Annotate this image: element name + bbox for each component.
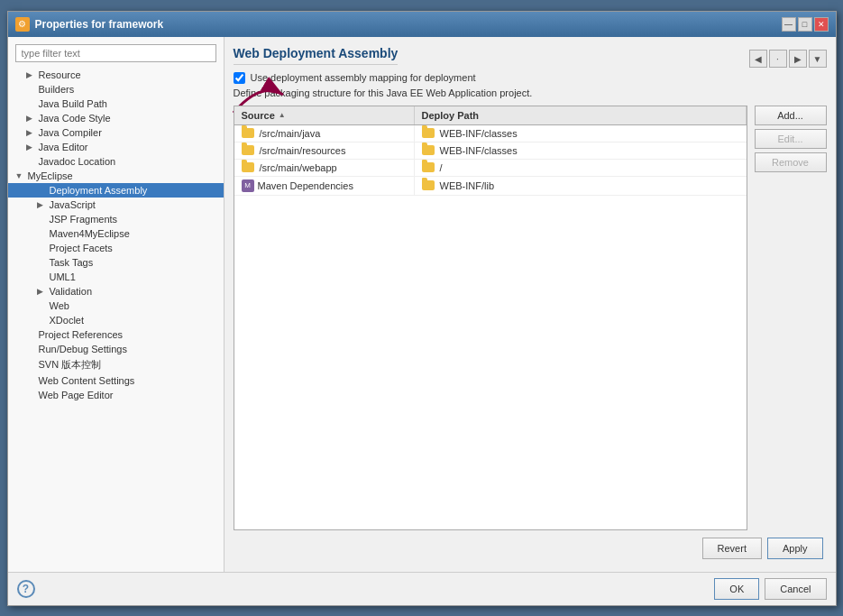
sidebar-item-resource[interactable]: ▶ Resource xyxy=(8,68,224,82)
spacer xyxy=(26,360,35,369)
sidebar-item-task-tags[interactable]: Task Tags xyxy=(8,255,224,270)
expand-arrow: ▶ xyxy=(37,200,46,209)
folder-icon xyxy=(422,128,435,138)
sidebar-item-java-code-style[interactable]: ▶ Java Code Style xyxy=(8,111,224,125)
filter-input[interactable] xyxy=(15,44,216,62)
spacer xyxy=(26,330,35,339)
sidebar-item-javadoc-location[interactable]: Javadoc Location xyxy=(8,154,224,169)
left-panel: ▶ Resource Builders Java Build Path ▶ Ja… xyxy=(8,37,224,572)
sidebar-item-project-references[interactable]: Project References xyxy=(8,327,224,342)
nav-separator: · xyxy=(769,50,787,68)
folder-icon xyxy=(422,180,435,190)
spacer xyxy=(37,244,46,253)
properties-dialog: ⚙ Properties for framework — □ ✕ ▶ Resou… xyxy=(7,11,837,606)
expand-arrow: ▶ xyxy=(26,70,35,79)
source-value: /src/main/java xyxy=(260,128,321,139)
sidebar-item-java-compiler[interactable]: ▶ Java Compiler xyxy=(8,125,224,140)
sidebar-item-xdoclet[interactable]: XDoclet xyxy=(8,313,224,327)
sidebar-item-run-debug[interactable]: Run/Debug Settings xyxy=(8,342,224,356)
folder-icon xyxy=(422,145,435,155)
sidebar-item-label: JavaScript xyxy=(50,199,96,210)
title-bar-left: ⚙ Properties for framework xyxy=(15,17,164,32)
maximize-button[interactable]: □ xyxy=(798,17,812,32)
minimize-button[interactable]: — xyxy=(782,17,796,32)
column-source-label: Source xyxy=(242,110,275,121)
sidebar-item-label: Web Content Settings xyxy=(39,375,135,386)
source-cell: /src/main/java xyxy=(234,125,415,142)
panel-title: Web Deployment Assembly xyxy=(234,46,399,65)
apply-button[interactable]: Apply xyxy=(767,538,823,559)
source-value: /src/main/resources xyxy=(260,145,346,156)
use-deployment-checkbox[interactable] xyxy=(234,72,245,84)
sidebar-item-jsp-fragments[interactable]: JSP Fragments xyxy=(8,212,224,226)
sidebar-item-label: XDoclet xyxy=(50,315,85,326)
source-cell: /src/main/webapp xyxy=(234,160,415,176)
nav-menu-button[interactable]: ▼ xyxy=(809,50,827,68)
sidebar-item-label: Project Facets xyxy=(50,243,113,253)
use-deployment-label[interactable]: Use deployment assembly mapping for depl… xyxy=(251,72,476,83)
sidebar-item-myeclipse[interactable]: ▼ MyEclipse xyxy=(8,169,224,183)
spacer xyxy=(26,376,35,385)
footer-buttons: OK Cancel xyxy=(714,578,826,600)
nav-back-button[interactable]: ◀ xyxy=(749,50,767,68)
spacer xyxy=(26,99,35,108)
ok-button[interactable]: OK xyxy=(714,578,759,600)
deploy-cell: / xyxy=(415,160,747,176)
edit-button[interactable]: Edit... xyxy=(755,129,827,149)
sidebar-item-label: Maven4MyEclipse xyxy=(50,228,130,239)
sidebar-item-validation[interactable]: ▶ Validation xyxy=(8,284,224,299)
sidebar-item-javascript[interactable]: ▶ JavaScript xyxy=(8,198,224,212)
title-bar: ⚙ Properties for framework — □ ✕ xyxy=(8,12,836,37)
spacer xyxy=(26,157,35,166)
remove-button[interactable]: Remove xyxy=(755,152,827,172)
sidebar-item-web[interactable]: Web xyxy=(8,299,224,313)
column-source[interactable]: Source ▲ xyxy=(234,106,415,124)
sidebar-item-web-page-editor[interactable]: Web Page Editor xyxy=(8,388,224,402)
spacer xyxy=(37,316,46,325)
sidebar-item-maven4myeclipse[interactable]: Maven4MyEclipse xyxy=(8,226,224,241)
cancel-button[interactable]: Cancel xyxy=(765,578,826,600)
table-row[interactable]: M Maven Dependencies WEB-INF/lib xyxy=(234,177,747,196)
add-button[interactable]: Add... xyxy=(755,106,827,125)
revert-button[interactable]: Revert xyxy=(702,538,762,559)
spacer xyxy=(37,215,46,224)
deploy-cell: WEB-INF/lib xyxy=(415,177,747,195)
maven-icon: M xyxy=(242,179,254,192)
table-row[interactable]: /src/main/java WEB-INF/classes xyxy=(234,125,747,143)
close-button[interactable]: ✕ xyxy=(814,17,829,32)
checkbox-container: Use deployment assembly mapping for depl… xyxy=(234,72,827,87)
description-text: Define packaging structure for this Java… xyxy=(234,87,827,98)
sidebar-item-web-content-settings[interactable]: Web Content Settings xyxy=(8,373,224,388)
sidebar-item-label: Resource xyxy=(39,69,81,80)
source-cell: /src/main/resources xyxy=(234,143,415,159)
expand-arrow: ▶ xyxy=(37,287,46,296)
sidebar-item-label: Java Compiler xyxy=(39,127,102,138)
expand-arrow: ▼ xyxy=(15,171,24,180)
nav-forward-button[interactable]: ▶ xyxy=(789,50,807,68)
sidebar-item-builders[interactable]: Builders xyxy=(8,82,224,97)
sidebar-item-label: SVN 版本控制 xyxy=(39,358,102,372)
spacer xyxy=(37,301,46,310)
table-row[interactable]: /src/main/webapp / xyxy=(234,160,747,177)
spacer xyxy=(26,345,35,354)
sidebar-item-label: Javadoc Location xyxy=(39,156,116,167)
spacer xyxy=(26,391,35,400)
help-button[interactable]: ? xyxy=(17,580,35,598)
column-deploy-label: Deploy Path xyxy=(422,110,480,121)
deploy-cell: WEB-INF/classes xyxy=(415,125,747,142)
source-value: /src/main/webapp xyxy=(260,162,337,173)
spacer xyxy=(37,186,46,195)
sidebar-item-project-facets[interactable]: Project Facets xyxy=(8,241,224,255)
sidebar-item-label: Java Build Path xyxy=(39,98,107,109)
expand-arrow: ▶ xyxy=(26,143,35,152)
sidebar-item-java-editor[interactable]: ▶ Java Editor xyxy=(8,140,224,154)
sidebar-item-svn[interactable]: SVN 版本控制 xyxy=(8,356,224,373)
column-deploy-path[interactable]: Deploy Path xyxy=(415,106,747,124)
table-row[interactable]: /src/main/resources WEB-INF/classes xyxy=(234,143,747,160)
right-panel: Web Deployment Assembly ◀ · ▶ ▼ Use depl… xyxy=(224,37,836,572)
sidebar-item-deployment-assembly[interactable]: Deployment Assembly xyxy=(8,183,224,198)
sidebar-item-java-build-path[interactable]: Java Build Path xyxy=(8,97,224,111)
table-header: Source ▲ Deploy Path xyxy=(234,106,747,125)
sidebar-item-uml1[interactable]: UML1 xyxy=(8,270,224,284)
source-value: Maven Dependencies xyxy=(258,180,353,191)
